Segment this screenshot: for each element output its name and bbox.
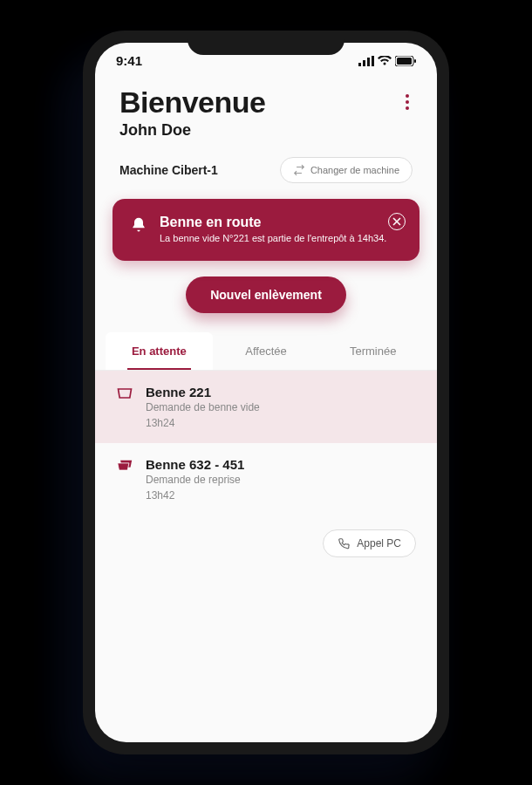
battery-icon [395, 56, 416, 66]
alert-card: Benne en route La benne vide N°221 est p… [113, 199, 419, 261]
username-label: John Doe [95, 119, 437, 154]
dots-icon [406, 94, 409, 98]
footer: Appel PC [95, 515, 437, 575]
svg-rect-6 [414, 59, 416, 63]
item-subtitle: Demande de reprise [146, 474, 244, 486]
header-row: Bienvenue [95, 78, 437, 119]
svg-rect-5 [397, 58, 412, 65]
list-item-body: Benne 632 - 451 Demande de reprise 13h42 [146, 457, 244, 502]
bin-icon [116, 386, 133, 429]
item-time: 13h42 [146, 489, 244, 502]
tab-done[interactable]: Terminée [319, 332, 426, 370]
alert-body: Benne en route La benne vide N°221 est p… [160, 215, 386, 245]
change-machine-button[interactable]: Changer de machine [280, 157, 413, 183]
machine-label: Machine Cibert-1 [119, 163, 218, 177]
main-content: Bienvenue John Doe Machine Cibert-1 Chan… [95, 72, 437, 742]
signal-icon [358, 56, 374, 66]
close-icon [392, 217, 401, 226]
call-pc-button[interactable]: Appel PC [323, 529, 416, 557]
wifi-icon [378, 56, 392, 66]
phone-frame: 9:41 Bienvenue John Doe Machine Cibert-1 [83, 31, 449, 754]
svg-rect-2 [367, 58, 370, 66]
swap-icon [293, 164, 305, 176]
page-title: Bienvenue [119, 85, 265, 119]
machine-row: Machine Cibert-1 Changer de machine [95, 154, 437, 199]
item-title: Benne 221 [146, 385, 260, 399]
svg-rect-1 [363, 60, 365, 66]
svg-rect-3 [372, 56, 374, 66]
item-time: 13h24 [146, 417, 260, 429]
phone-icon [338, 537, 350, 550]
alert-title: Benne en route [160, 215, 386, 230]
list-item[interactable]: Benne 632 - 451 Demande de reprise 13h42 [95, 443, 437, 515]
item-title: Benne 632 - 451 [146, 457, 244, 472]
svg-rect-0 [358, 63, 361, 66]
bell-icon [130, 216, 147, 245]
bins-icon [116, 459, 133, 502]
alert-close-button[interactable] [388, 213, 406, 230]
more-menu-button[interactable] [402, 85, 413, 119]
tab-pending[interactable]: En attente [106, 332, 213, 370]
status-indicators [358, 56, 416, 66]
list-item[interactable]: Benne 221 Demande de benne vide 13h24 [95, 371, 437, 443]
list-item-body: Benne 221 Demande de benne vide 13h24 [146, 385, 260, 429]
item-subtitle: Demande de benne vide [146, 401, 260, 413]
change-machine-label: Changer de machine [310, 165, 399, 175]
status-time: 9:41 [116, 53, 142, 68]
tab-assigned[interactable]: Affectée [213, 332, 320, 370]
phone-screen: 9:41 Bienvenue John Doe Machine Cibert-1 [95, 43, 437, 742]
new-pickup-button[interactable]: Nouvel enlèvement [186, 276, 346, 313]
tabs: En attente Affectée Terminée [95, 332, 437, 371]
phone-notch [188, 31, 344, 55]
alert-description: La benne vide N°221 est partie de l'entr… [160, 232, 386, 245]
call-pc-label: Appel PC [357, 537, 401, 550]
